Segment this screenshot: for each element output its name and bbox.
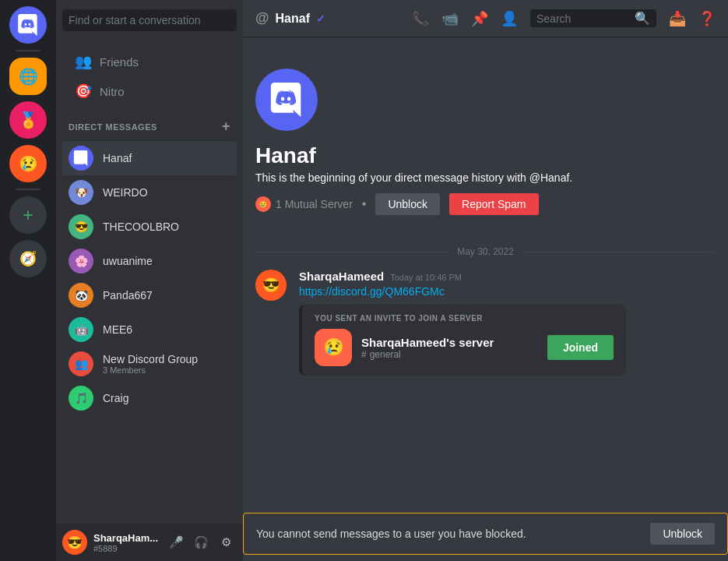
server-divider (16, 50, 40, 51)
report-spam-button[interactable]: Report Spam (449, 193, 538, 215)
profile-header: Hanaf This is the beginning of your dire… (255, 56, 716, 234)
server-icon-3[interactable]: 😢 (9, 145, 47, 182)
unblock-button[interactable]: Unblock (375, 193, 440, 215)
friends-icon: 👥 (75, 53, 90, 70)
blocked-unblock-button[interactable]: Unblock (650, 523, 715, 545)
invite-server-icon: 😢 (315, 329, 352, 366)
dm-item-group[interactable]: 👥 New Discord Group 3 Members (62, 347, 237, 381)
avatar-weirdo: 🐶 (69, 180, 93, 205)
server-divider-2 (16, 189, 40, 190)
topbar-search-input[interactable] (536, 12, 630, 25)
hash-icon: # (361, 349, 367, 360)
home-button[interactable] (9, 6, 47, 44)
dm-nav: 👥 Friends 🎯 Nitro (56, 41, 243, 112)
blocked-text: You cannot send messages to a user you h… (256, 527, 526, 540)
nav-item-friends[interactable]: 👥 Friends (62, 47, 237, 76)
profile-desc-suffix: . (569, 171, 572, 184)
dm-list: Hanaf 🐶 WEIRDO 😎 THECOOLBRO 🌸 uwuanime � (56, 141, 243, 524)
dm-item-craig[interactable]: 🎵 Craig (62, 381, 237, 415)
dm-item-hanaf[interactable]: Hanaf (62, 141, 237, 175)
dm-section-header: DIRECT MESSAGES + (56, 112, 243, 141)
nav-item-nitro[interactable]: 🎯 Nitro (62, 76, 237, 106)
dm-item-panda667[interactable]: 🐼 Panda667 (62, 278, 237, 312)
dot-separator: • (362, 197, 367, 211)
profile-actions: 😢 1 Mutual Server • Unblock Report Spam (255, 193, 539, 215)
dm-item-thecoolbro[interactable]: 😎 THECOOLBRO (62, 210, 237, 244)
topbar-actions: 📞 📹 📌 👤 🔍 📥 ❓ (412, 9, 716, 27)
avatar-uwuanime: 🌸 (69, 249, 93, 273)
dm-sub-group: 3 Members (103, 365, 230, 375)
avatar-mee6: 🤖 (69, 317, 93, 342)
video-button[interactable]: 📹 (441, 10, 459, 27)
deafen-button[interactable]: 🎧 (190, 531, 212, 553)
profile-avatar-large (255, 69, 318, 131)
avatar-panda667: 🐼 (69, 283, 93, 308)
server-icon-1[interactable]: 🌐 (9, 58, 47, 95)
message-time: Today at 10:46 PM (390, 273, 462, 282)
help-button[interactable]: ❓ (698, 10, 716, 27)
settings-button[interactable]: ⚙ (215, 531, 237, 553)
dm-name-uwuanime: uwuanime (103, 255, 230, 267)
server-icon-2[interactable]: 🏅 (9, 101, 47, 139)
chat-title: @ Hanaf ✓ (255, 10, 325, 26)
avatar-hanaf (69, 146, 93, 171)
invite-channel: # general (361, 349, 538, 360)
date-label: May 30, 2022 (457, 246, 514, 257)
dm-name-hanaf: Hanaf (103, 152, 230, 164)
dm-name-panda667: Panda667 (103, 289, 230, 302)
invite-embed: YOU SENT AN INVITE TO JOIN A SERVER 😢 Sh… (299, 305, 626, 376)
invite-content: 😢 SharqaHameed's server # general Joined (315, 329, 614, 366)
invite-label: YOU SENT AN INVITE TO JOIN A SERVER (315, 314, 614, 323)
message-link[interactable]: https://discord.gg/QM66FGMc (299, 285, 445, 298)
chat-content: Hanaf This is the beginning of your dire… (243, 37, 728, 506)
search-bar-container (56, 0, 243, 41)
dm-section-label: DIRECT MESSAGES (69, 122, 157, 132)
avatar-group: 👥 (69, 351, 93, 376)
call-button[interactable]: 📞 (412, 10, 429, 27)
at-icon: @ (255, 10, 269, 26)
dm-name-group: New Discord Group (103, 353, 230, 365)
chat-username: Hanaf (276, 12, 310, 26)
chat-topbar: @ Hanaf ✓ 📞 📹 📌 👤 🔍 📥 ❓ (243, 0, 728, 37)
profile-name: Hanaf (255, 143, 316, 168)
dm-name-weirdo: WEIRDO (103, 186, 230, 199)
dm-name-craig: Craig (103, 392, 230, 404)
message-author: SharqaHameed (299, 270, 384, 283)
current-user-discriminator: #5889 (93, 544, 159, 553)
message-header: SharqaHameed Today at 10:46 PM (299, 270, 716, 283)
mutual-server: 😢 1 Mutual Server (255, 196, 353, 212)
invite-info: SharqaHameed's server # general (361, 336, 538, 360)
explore-servers-button[interactable]: 🧭 (9, 240, 47, 277)
dm-item-uwuanime[interactable]: 🌸 uwuanime (62, 244, 237, 278)
blocked-notice: You cannot send messages to a user you h… (243, 513, 728, 555)
pin-button[interactable]: 📌 (471, 10, 488, 27)
joined-button[interactable]: Joined (547, 335, 614, 360)
add-dm-button[interactable]: + (222, 118, 230, 135)
inbox-button[interactable]: 📥 (669, 10, 686, 27)
main-area: @ Hanaf ✓ 📞 📹 📌 👤 🔍 📥 ❓ Hanaf This i (243, 0, 728, 561)
invite-server-name: SharqaHameed's server (361, 336, 538, 349)
add-friend-button[interactable]: 👤 (501, 10, 518, 27)
user-bar: 😎 SharqaHam... #5889 🎤 🎧 ⚙ (56, 524, 243, 561)
verified-icon: ✓ (316, 12, 325, 25)
profile-mention: @Hanaf (529, 171, 570, 184)
add-server-button[interactable]: + (9, 196, 47, 234)
profile-description: This is the beginning of your direct mes… (255, 171, 572, 184)
topbar-search: 🔍 (530, 9, 656, 27)
dm-item-weirdo[interactable]: 🐶 WEIRDO (62, 175, 237, 210)
topbar-search-icon: 🔍 (635, 11, 650, 26)
date-divider: May 30, 2022 (255, 246, 716, 257)
search-input[interactable] (62, 9, 237, 31)
dm-name-thecoolbro: THECOOLBRO (103, 221, 230, 233)
message-item: 😎 SharqaHameed Today at 10:46 PM https:/… (255, 270, 716, 376)
friends-label: Friends (100, 55, 139, 69)
message-body: SharqaHameed Today at 10:46 PM https://d… (299, 270, 716, 376)
dm-sidebar: 👥 Friends 🎯 Nitro DIRECT MESSAGES + Hana… (56, 0, 243, 561)
mute-button[interactable]: 🎤 (165, 531, 187, 553)
dm-name-mee6: MEE6 (103, 323, 230, 336)
nitro-icon: 🎯 (75, 83, 90, 100)
dm-item-mee6[interactable]: 🤖 MEE6 (62, 312, 237, 347)
server-bar: 🌐 🏅 😢 + 🧭 (0, 0, 56, 561)
profile-desc-prefix: This is the beginning of your direct mes… (255, 171, 529, 184)
mutual-server-icon: 😢 (255, 196, 271, 212)
